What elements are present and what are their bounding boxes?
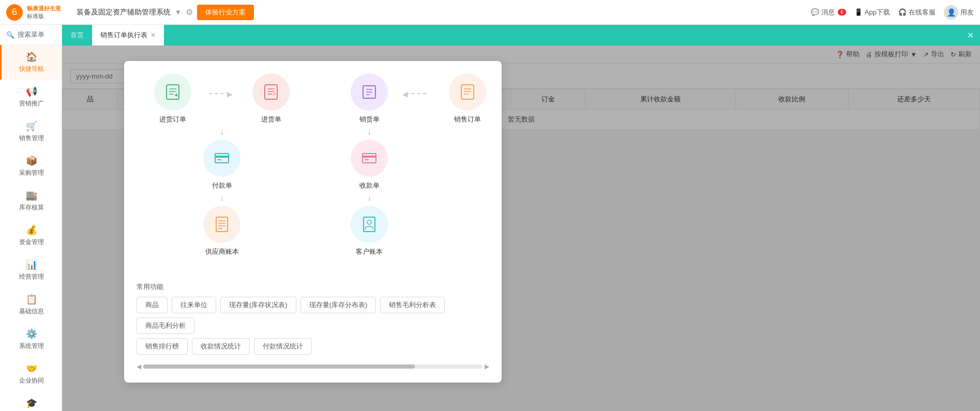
sidebar-item-newbie[interactable]: 🎓 新手引导 [0, 391, 62, 411]
tab-sales-order-exec[interactable]: 销售订单执行表 ✕ [92, 25, 164, 45]
cf-btn-goods-margin[interactable]: 商品毛利分析 [137, 317, 194, 334]
arrow-down-pay: ↓ [220, 193, 224, 203]
svg-rect-17 [215, 156, 229, 158]
sales-receipt-circle[interactable] [351, 73, 388, 111]
svg-rect-16 [215, 154, 229, 163]
app-wrapper: 6 畅康通好生意 标准版 装备及固定资产辅助管理系统 ▼ ⚙ 体验行业方案 💬 … [0, 0, 980, 411]
message-label: 消息 [821, 8, 835, 17]
svg-rect-12 [461, 85, 474, 99]
settings-icon[interactable]: ⚙ [186, 7, 193, 17]
cf-btn-sales-margin[interactable]: 销售毛利分析表 [380, 297, 445, 313]
basic-icon: 📋 [26, 294, 37, 305]
header-middle: 装备及固定资产辅助管理系统 ▼ ⚙ 体验行业方案 [68, 5, 811, 20]
app-download-action[interactable]: 📱 App下载 [854, 8, 890, 17]
user-action[interactable]: 👤 用友 [944, 5, 974, 20]
sales-order-circle[interactable] [449, 73, 486, 111]
arrow-down-rec: ↓ [367, 193, 371, 203]
cf-btn-payment-stats[interactable]: 付款情况统计 [254, 338, 312, 355]
dropdown-arrow-icon[interactable]: ▼ [175, 8, 182, 16]
tab-close-right-icon[interactable]: ✕ [961, 31, 980, 40]
flow-node-sales-order[interactable]: 销售订单 [436, 73, 499, 124]
flow-node-receipt[interactable]: 收款单 [338, 140, 400, 190]
arrow-down-pr: ↓ [220, 127, 224, 136]
online-service-label: 在线客服 [909, 8, 936, 17]
logo-area: 6 畅康通好生意 标准版 [6, 4, 68, 21]
flow-node-purchase-receipt[interactable]: 进货单 [240, 73, 302, 124]
sales-order-label: 销售订单 [454, 115, 481, 124]
receipt-circle[interactable] [351, 140, 388, 177]
sidebar-search[interactable]: 🔍 搜索菜单 [0, 25, 62, 45]
sidebar-item-label: 销售管理 [19, 134, 44, 143]
supplier-account-label: 供应商账本 [205, 247, 239, 256]
sidebar-item-sales[interactable]: 🛒 销售管理 [0, 114, 62, 149]
cf-btn-sales-rank[interactable]: 销售排行榜 [137, 338, 188, 355]
flow-node-payment[interactable]: 付款单 [191, 140, 253, 190]
search-label: 搜索菜单 [18, 30, 44, 39]
purchase-order-circle[interactable] [154, 73, 191, 111]
scroll-left-icon[interactable]: ◀ [137, 363, 141, 370]
online-service-action[interactable]: 🎧 在线客服 [898, 8, 936, 17]
svg-rect-18 [217, 159, 221, 160]
cf-btn-goods[interactable]: 商品 [137, 297, 168, 313]
modal-scrollbar: ◀ ▶ [137, 363, 489, 370]
scrollbar-track[interactable] [143, 364, 483, 369]
sidebar-item-label: 经营管理 [19, 272, 44, 281]
scrollbar-thumb [143, 364, 415, 369]
customer-account-circle[interactable] [351, 206, 388, 243]
common-functions: 常用功能 商品 往来单位 现存量(库存状况表) 现存量(库存分布表) 销售毛利分… [137, 282, 489, 355]
enterprise-icon: 🤝 [26, 363, 37, 374]
scroll-right-icon[interactable]: ▶ [485, 363, 489, 370]
payment-circle[interactable] [203, 140, 240, 177]
sidebar-item-label: 资金管理 [19, 238, 44, 247]
modal-overlay[interactable]: 进货订单 ▶ [62, 45, 980, 411]
quick-nav-icon: 🏠 [26, 51, 37, 63]
message-badge: 6 [838, 9, 846, 16]
purchase-receipt-label: 进货单 [261, 115, 281, 124]
sidebar-item-basic[interactable]: 📋 基础信息 [0, 287, 62, 322]
message-action[interactable]: 💬 消息 6 [811, 8, 846, 17]
message-icon: 💬 [811, 8, 819, 16]
content-area: 首页 销售订单执行表 ✕ ✕ ❓ 帮助 [62, 25, 980, 411]
tab-label: 销售订单执行表 [100, 31, 147, 40]
sidebar-item-label: 采购管理 [19, 169, 44, 177]
arrow-down-sr: ↓ [367, 127, 371, 136]
cf-btn-stock-dist[interactable]: 现存量(库存分布表) [300, 297, 376, 313]
receipt-label: 收款单 [359, 181, 380, 190]
sidebar-item-inventory[interactable]: 🏬 库存核算 [0, 184, 62, 218]
sidebar-item-label: 企业协同 [19, 376, 44, 385]
cf-btn-stock-status[interactable]: 现存量(库存状况表) [220, 297, 296, 313]
finance-icon: 💰 [26, 224, 37, 236]
sidebar-item-enterprise[interactable]: 🤝 企业协同 [0, 357, 62, 391]
sidebar-item-marketing[interactable]: 📢 营销推广 [0, 80, 62, 114]
trial-button[interactable]: 体验行业方案 [197, 5, 254, 20]
supplier-account-circle[interactable] [203, 206, 240, 243]
tab-bar: 首页 销售订单执行表 ✕ ✕ [62, 25, 980, 45]
flow-node-customer-account[interactable]: 客户账本 [338, 206, 400, 256]
flow-node-supplier-account[interactable]: 供应商账本 [191, 206, 253, 256]
sidebar-item-purchase[interactable]: 📦 采购管理 [0, 149, 62, 184]
main-layout: 🔍 搜索菜单 🏠 快捷导航 📢 营销推广 🛒 销售管理 📦 采购管理 🏬 [0, 25, 980, 411]
sidebar-item-label: 快捷导航 [19, 65, 44, 73]
cf-btn-receipt-stats[interactable]: 收款情况统计 [192, 338, 250, 355]
sidebar-item-label: 库存核算 [19, 203, 44, 212]
sidebar-item-operations[interactable]: 📊 经营管理 [0, 253, 62, 287]
tab-home[interactable]: 首页 [62, 25, 92, 45]
svg-rect-19 [363, 154, 376, 163]
sidebar-item-system[interactable]: ⚙️ 系统管理 [0, 322, 62, 357]
brand-sub: 标准版 [27, 12, 61, 20]
cf-buttons: 商品 往来单位 现存量(库存状况表) 现存量(库存分布表) 销售毛利分析表 商品… [137, 297, 489, 334]
avatar: 👤 [944, 5, 958, 20]
flow-node-purchase-order[interactable]: 进货订单 [142, 73, 204, 124]
sidebar-item-finance[interactable]: 💰 资金管理 [0, 218, 62, 253]
svg-rect-22 [216, 217, 228, 232]
purchase-receipt-circle[interactable] [252, 73, 290, 111]
cf-btn-partner[interactable]: 往来单位 [172, 297, 216, 313]
tab-home-label: 首页 [70, 31, 84, 40]
tab-close-icon[interactable]: ✕ [150, 32, 156, 39]
page-content: ❓ 帮助 🖨 按模板打印 ▼ ↗ 导出 ↻ 刷新 [62, 45, 980, 411]
sidebar-item-label: 基础信息 [19, 307, 44, 316]
flow-node-sales-receipt[interactable]: 销货单 [338, 73, 400, 124]
sidebar-item-quick-nav[interactable]: 🏠 快捷导航 [0, 45, 62, 80]
logo-text: 畅康通好生意 标准版 [27, 5, 61, 20]
svg-rect-21 [365, 159, 369, 160]
